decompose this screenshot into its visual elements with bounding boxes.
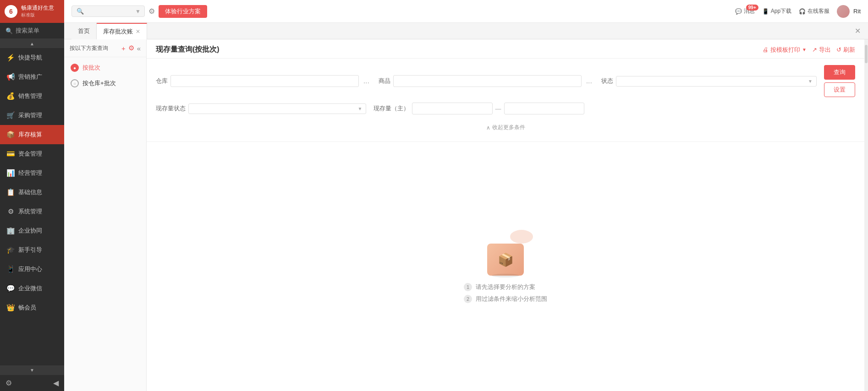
footer-collapse-icon[interactable]: ◀ xyxy=(53,379,59,387)
app-download-button[interactable]: 📱 App下载 xyxy=(762,7,791,15)
sidebar-item-wechat[interactable]: 💬 企业微信 xyxy=(0,279,64,298)
product-more-icon[interactable]: ... xyxy=(584,77,594,85)
filter-stock-status: 现存量状态 ▼ xyxy=(156,103,366,114)
left-panel-title: 按以下方案查询 xyxy=(70,44,108,52)
stock-quantity-min-input[interactable] xyxy=(412,103,492,114)
main-content: 🔍 ▼ ⚙ 体验行业方案 💬 消息 99+ 📱 App下载 🎧 在线客服 xyxy=(64,0,868,391)
lp-item-warehouse-batch[interactable]: ○ 按仓库+批次 xyxy=(64,76,146,91)
empty-tips: 1 请先选择要分析的方案 2 用过滤条件来缩小分析范围 xyxy=(464,283,547,303)
sidebar-item-inventory[interactable]: 📦 库存核算 xyxy=(0,125,64,144)
lp-settings-icon[interactable]: ⚙ xyxy=(128,44,134,52)
quick-nav-icon: ⚡ xyxy=(6,54,15,62)
footer-settings-icon[interactable]: ⚙ xyxy=(5,379,12,387)
warehouse-more-icon[interactable]: ... xyxy=(362,77,371,85)
empty-illustration: 📦 xyxy=(478,230,533,276)
left-panel: 按以下方案查询 + ⚙ « ● 按批次 ○ 按仓库+批次 xyxy=(64,39,147,391)
user-avatar[interactable]: Rit xyxy=(837,5,861,18)
warehouse-input[interactable] xyxy=(170,75,359,87)
app-logo: 6 xyxy=(5,5,17,18)
lp-item-wb-icon: ○ xyxy=(71,79,79,87)
panel-close-button[interactable]: ✕ xyxy=(855,27,861,35)
collapse-more-button[interactable]: ∧ 收起更多条件 xyxy=(156,120,855,135)
filter-stock-quantity: 现存量（主） — xyxy=(374,103,584,114)
product-input[interactable] xyxy=(393,75,582,87)
online-service-button[interactable]: 🎧 在线客服 xyxy=(799,7,830,15)
filter-status: 状态 ▼ xyxy=(601,76,817,87)
left-panel-header: 按以下方案查询 + ⚙ « xyxy=(64,39,146,57)
avatar xyxy=(837,5,850,18)
operation-icon: 📊 xyxy=(6,169,15,177)
tab-close-icon[interactable]: ✕ xyxy=(136,28,140,35)
settings-button[interactable]: 设置 xyxy=(824,82,855,97)
messages-button[interactable]: 💬 消息 99+ xyxy=(735,7,755,15)
tab-home[interactable]: 首页 xyxy=(71,23,97,39)
sidebar-item-vip[interactable]: 👑 畅会员 xyxy=(0,298,64,317)
purchase-icon: 🛒 xyxy=(6,111,15,119)
message-badge: 99+ xyxy=(746,5,758,11)
scrollbar-right[interactable] xyxy=(864,39,868,391)
export-icon: ↗ xyxy=(812,46,817,53)
stock-quantity-max-input[interactable] xyxy=(504,103,584,114)
sidebar: 6 畅康通好生意 标准版 🔍 搜索菜单 ▲ ⚡ 快捷导航 📢 营销推广 💰 销售… xyxy=(0,0,64,391)
stock-status-arrow: ▼ xyxy=(357,106,362,111)
topbar: 🔍 ▼ ⚙ 体验行业方案 💬 消息 99+ 📱 App下载 🎧 在线客服 xyxy=(64,0,868,23)
refresh-icon: ↺ xyxy=(836,46,841,53)
finance-icon: 💳 xyxy=(6,150,15,158)
query-button[interactable]: 查询 xyxy=(824,65,855,80)
page-title: 现存量查询(按批次) xyxy=(156,45,220,54)
basic-icon: 📋 xyxy=(6,188,15,196)
lp-collapse-icon[interactable]: « xyxy=(137,44,141,52)
sidebar-item-app-center[interactable]: 📱 应用中心 xyxy=(0,260,64,279)
stock-status-select[interactable]: ▼ xyxy=(188,103,366,114)
sidebar-item-quick-nav[interactable]: ⚡ 快捷导航 xyxy=(0,48,64,67)
trial-industry-button[interactable]: 体验行业方案 xyxy=(159,5,207,18)
empty-state: 📦 1 请先选择要分析的方案 2 用过滤条件来缩小分析范围 xyxy=(147,142,864,391)
print-template-button[interactable]: 🖨 按模板打印 ▼ xyxy=(763,46,807,54)
enterprise-icon: 🏢 xyxy=(6,227,15,235)
app-download-icon: 📱 xyxy=(762,8,769,15)
sidebar-item-marketing[interactable]: 📢 营销推广 xyxy=(0,67,64,87)
topbar-search-input[interactable] xyxy=(87,8,132,15)
sidebar-item-finance[interactable]: 💳 资金管理 xyxy=(0,144,64,163)
print-icon: 🖨 xyxy=(763,46,769,53)
inventory-icon: 📦 xyxy=(6,130,15,139)
filter-row-1: 仓库 ... 商品 ... 状态 ▼ xyxy=(156,65,855,97)
app-title: 畅康通好生意 xyxy=(21,5,54,12)
topbar-search-box[interactable]: 🔍 ▼ xyxy=(71,5,145,17)
filter-product: 商品 ... xyxy=(379,75,594,87)
sidebar-header: 6 畅康通好生意 标准版 xyxy=(0,0,64,23)
sidebar-nav: ⚡ 快捷导航 📢 营销推广 💰 销售管理 🛒 采购管理 📦 库存核算 💳 资金管… xyxy=(0,48,64,365)
export-button[interactable]: ↗ 导出 xyxy=(812,46,831,54)
scroll-down-btn[interactable]: ▼ xyxy=(0,365,64,375)
service-icon: 🎧 xyxy=(799,8,806,15)
sidebar-item-system[interactable]: ⚙ 系统管理 xyxy=(0,202,64,221)
scrollbar-thumb[interactable] xyxy=(865,45,868,63)
sidebar-item-operation[interactable]: 📊 经营管理 xyxy=(0,163,64,183)
topbar-gear-icon[interactable]: ⚙ xyxy=(148,7,155,16)
lp-item-batch-icon: ● xyxy=(71,64,79,72)
sidebar-item-guide[interactable]: 🎓 新手引导 xyxy=(0,240,64,260)
scroll-up-btn[interactable]: ▲ xyxy=(0,39,64,48)
sidebar-item-enterprise[interactable]: 🏢 企业协同 xyxy=(0,221,64,240)
tab-inventory-batch[interactable]: 库存批次账 ✕ xyxy=(97,23,147,39)
lp-item-batch[interactable]: ● 按批次 xyxy=(64,60,146,76)
topbar-dropdown-icon[interactable]: ▼ xyxy=(135,8,141,15)
print-dropdown-icon[interactable]: ▼ xyxy=(802,47,807,52)
sidebar-footer: ⚙ ◀ xyxy=(0,375,64,391)
filter-area: 仓库 ... 商品 ... 状态 ▼ xyxy=(147,59,864,142)
search-menu[interactable]: 🔍 搜索菜单 xyxy=(0,23,64,39)
refresh-button[interactable]: ↺ 刷新 xyxy=(836,46,855,54)
status-select[interactable]: ▼ xyxy=(616,76,817,87)
marketing-icon: 📢 xyxy=(6,73,15,81)
guide-icon: 🎓 xyxy=(6,246,15,254)
search-icon: 🔍 xyxy=(5,27,13,34)
wechat-icon: 💬 xyxy=(6,284,15,293)
sidebar-item-basic[interactable]: 📋 基础信息 xyxy=(0,183,64,202)
app-subtitle: 标准版 xyxy=(21,12,54,18)
lp-add-button[interactable]: + xyxy=(121,44,126,52)
sidebar-item-purchase[interactable]: 🛒 采购管理 xyxy=(0,106,64,125)
right-main: 现存量查询(按批次) 🖨 按模板打印 ▼ ↗ 导出 ↺ 刷新 xyxy=(147,39,864,391)
vip-icon: 👑 xyxy=(6,304,15,312)
collapse-icon: ∧ xyxy=(486,125,490,131)
sidebar-item-sales[interactable]: 💰 销售管理 xyxy=(0,87,64,106)
